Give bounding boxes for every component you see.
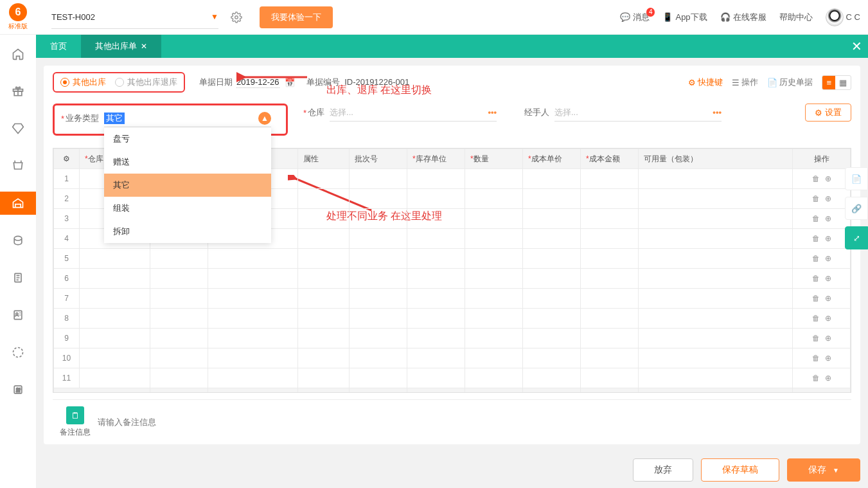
chevron-down-icon: ▼ — [211, 12, 218, 21]
svg-point-0 — [235, 15, 238, 19]
messages-badge: 4 — [646, 8, 655, 17]
phone-icon: 📱 — [662, 12, 673, 22]
messages-link[interactable]: 💬 消息 4 — [620, 12, 650, 23]
customer-service-label: 在线客服 — [733, 12, 766, 23]
headset-icon: 🎧 — [720, 12, 731, 22]
user-name: C C — [846, 12, 860, 22]
logo: 6 标准版 — [0, 3, 36, 31]
user-menu[interactable]: C C — [826, 8, 860, 26]
settings-icon[interactable] — [226, 7, 247, 28]
app-download-link[interactable]: 📱 App下载 — [662, 12, 707, 23]
avatar — [826, 8, 844, 26]
logo-icon: 6 — [9, 3, 27, 21]
shop-name: TEST-H002 — [51, 12, 211, 22]
customer-service-link[interactable]: 🎧 在线客服 — [720, 12, 766, 23]
help-label: 帮助中心 — [779, 12, 813, 23]
shop-selector[interactable]: TEST-H002 ▼ — [51, 6, 218, 29]
topbar-right: 💬 消息 4 📱 App下载 🎧 在线客服 帮助中心 C C — [620, 8, 860, 26]
help-link[interactable]: 帮助中心 — [779, 12, 813, 23]
edition-label: 标准版 — [8, 22, 28, 31]
chat-icon: 💬 — [620, 12, 630, 22]
topbar: 6 标准版 TEST-H002 ▼ 我要体验一下 💬 消息 4 📱 App下载 … — [0, 0, 868, 35]
app-download-label: App下载 — [675, 12, 707, 23]
try-button[interactable]: 我要体验一下 — [260, 6, 333, 28]
